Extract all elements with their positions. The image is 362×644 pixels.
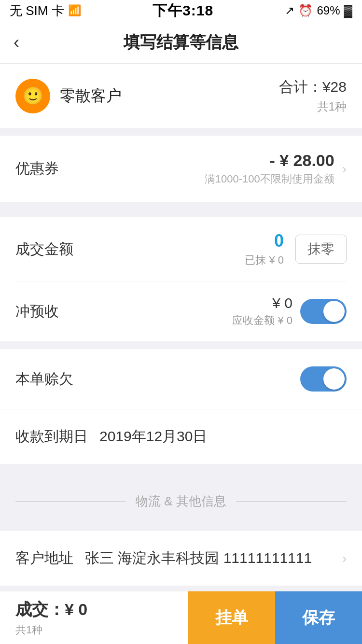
divider-line-right — [236, 501, 347, 502]
amount-right: 0 已抹 ¥ 0 抹零 — [245, 231, 347, 267]
logistics-label-row: 物流 & 其他信息 — [0, 479, 362, 523]
amount-row: 成交金额 0 已抹 ¥ 0 抹零 — [15, 217, 347, 281]
save-button[interactable]: 保存 — [275, 591, 362, 644]
address-chevron-icon: › — [342, 551, 347, 566]
coupon-label: 优惠券 — [15, 159, 59, 179]
bottom-summary: 成交：¥ 0 共1种 — [0, 599, 188, 637]
customer-section: 🙂 零散客户 合计：¥28 共1种 — [0, 64, 362, 128]
page-title: 填写结算等信息 — [124, 31, 238, 54]
section-gap-1 — [0, 210, 362, 217]
credit-section: 本单赊欠 收款到期日 2019年12月30日 — [0, 349, 362, 464]
battery-text: 69% — [317, 4, 340, 17]
amount-input-wrap: 0 已抹 ¥ 0 — [245, 231, 284, 267]
no-sim-text: 无 SIM 卡 — [10, 2, 64, 19]
status-left: 无 SIM 卡 📶 — [10, 2, 81, 19]
hold-button[interactable]: 挂单 — [188, 591, 275, 644]
page-content: 🙂 零散客户 合计：¥28 共1种 优惠券 - ¥ 28.00 满1000-10… — [0, 64, 362, 644]
due-date-label: 收款到期日 — [15, 427, 88, 447]
alarm-icon: ⏰ — [298, 4, 313, 17]
bottom-deal-value: ¥ 0 — [65, 600, 87, 618]
credit-toggle[interactable] — [300, 366, 347, 392]
coupon-right: - ¥ 28.00 满1000-100不限制使用金额 › — [205, 151, 347, 186]
prereceive-amount: ¥ 0 — [272, 295, 292, 311]
amount-label: 成交金额 — [15, 239, 73, 259]
bottom-deal: 成交：¥ 0 — [15, 599, 173, 621]
logistics-label: 物流 & 其他信息 — [126, 493, 236, 510]
customer-row: 🙂 零散客户 合计：¥28 共1种 — [0, 64, 362, 128]
credit-row: 本单赊欠 — [0, 349, 362, 409]
status-bar: 无 SIM 卡 📶 下午3:18 ↗ ⏰ 69% ▓ — [0, 0, 362, 21]
round-btn[interactable]: 抹零 — [295, 235, 347, 264]
back-button[interactable]: ‹ — [14, 32, 19, 53]
toggle-circle — [323, 301, 345, 322]
coupon-value: - ¥ 28.00 满1000-100不限制使用金额 — [205, 151, 334, 186]
total-count: 共1种 — [279, 99, 347, 114]
prereceive-sub: 应收金额 ¥ 0 — [232, 313, 292, 328]
coupon-row[interactable]: 优惠券 - ¥ 28.00 满1000-100不限制使用金额 › — [0, 136, 362, 202]
prereceive-label: 冲预收 — [15, 302, 59, 322]
customer-right: 合计：¥28 共1种 — [279, 77, 347, 114]
amount-sub: 已抹 ¥ 0 — [245, 253, 284, 267]
divider-line-left — [15, 501, 126, 502]
amount-value[interactable]: 0 — [274, 231, 284, 251]
prereceive-row: 冲预收 ¥ 0 应收金额 ¥ 0 — [15, 281, 347, 341]
prereceive-right: ¥ 0 应收金额 ¥ 0 — [232, 295, 347, 328]
customer-name: 零散客户 — [60, 85, 122, 107]
bottom-bar: 成交：¥ 0 共1种 挂单 保存 — [0, 591, 362, 644]
section-gap-3 — [0, 472, 362, 479]
battery-icon: ▓ — [344, 4, 352, 17]
location-icon: ↗ — [285, 4, 294, 17]
wifi-icon: 📶 — [68, 4, 81, 17]
status-right: ↗ ⏰ 69% ▓ — [285, 4, 352, 17]
address-label: 客户地址 — [15, 548, 73, 568]
coupon-discount: - ¥ 28.00 — [205, 151, 334, 170]
prereceive-toggle[interactable] — [300, 299, 347, 324]
address-value: 张三 海淀永丰科技园 11111111111 — [85, 548, 342, 568]
amount-section: 成交金额 0 已抹 ¥ 0 抹零 冲预收 ¥ 0 应收金额 ¥ 0 — [0, 217, 362, 341]
customer-left: 🙂 零散客户 — [15, 79, 122, 113]
avatar-icon: 🙂 — [22, 86, 44, 106]
section-gap-4 — [0, 523, 362, 531]
credit-label: 本单赊欠 — [15, 369, 73, 389]
bottom-deal-label: 成交： — [15, 600, 65, 618]
credit-toggle-circle — [323, 368, 345, 390]
nav-bar: ‹ 填写结算等信息 — [0, 21, 362, 64]
due-date-value: 2019年12月30日 — [99, 427, 207, 447]
due-date-row: 收款到期日 2019年12月30日 — [0, 409, 362, 464]
coupon-chevron-icon: › — [342, 161, 347, 177]
total-price: 合计：¥28 — [279, 77, 347, 97]
avatar: 🙂 — [15, 79, 50, 113]
address-row[interactable]: 客户地址 张三 海淀永丰科技园 11111111111 › — [0, 531, 362, 586]
coupon-section[interactable]: 优惠券 - ¥ 28.00 满1000-100不限制使用金额 › — [0, 136, 362, 202]
status-time: 下午3:18 — [153, 1, 213, 21]
coupon-desc: 满1000-100不限制使用金额 — [205, 172, 334, 186]
bottom-count: 共1种 — [15, 623, 173, 637]
section-gap-2 — [0, 341, 362, 349]
prereceive-values: ¥ 0 应收金额 ¥ 0 — [232, 295, 292, 328]
